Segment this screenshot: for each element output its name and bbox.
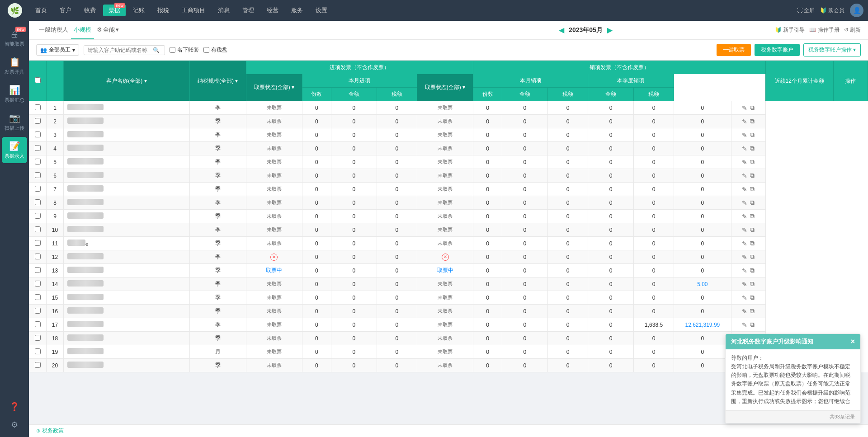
copy-icon[interactable]: ⧉ xyxy=(750,117,755,125)
refresh-link[interactable]: ↺ 刷新 xyxy=(844,26,861,34)
copy-icon[interactable]: ⧉ xyxy=(750,212,755,220)
search-input[interactable] xyxy=(88,47,151,53)
copy-icon[interactable]: ⧉ xyxy=(750,226,755,234)
copy-icon[interactable]: ⧉ xyxy=(750,172,755,179)
member-button[interactable]: 🔰 购会员 xyxy=(820,7,844,14)
edit-icon[interactable]: ✎ xyxy=(742,308,747,315)
row-checkbox-cell[interactable] xyxy=(29,128,47,142)
sidebar-item-invoice-open[interactable]: 📋 发票开具 xyxy=(2,53,27,79)
edit-icon[interactable]: ✎ xyxy=(742,294,747,301)
copy-icon[interactable]: ⧉ xyxy=(750,267,755,274)
notification-close-button[interactable]: × xyxy=(851,338,855,345)
th-sales-status[interactable]: 取票状态(全部) ▾ xyxy=(417,74,473,101)
row-checkbox-cell[interactable] xyxy=(29,142,47,155)
sidebar-item-smart-fetch[interactable]: 🖨 智能取票 new xyxy=(2,25,27,51)
row-checkbox[interactable] xyxy=(35,254,41,259)
edit-icon[interactable]: ✎ xyxy=(742,226,747,234)
row-checkbox-cell[interactable] xyxy=(29,169,47,183)
next-month-button[interactable]: ▶ xyxy=(607,26,613,34)
edit-icon[interactable]: ✎ xyxy=(742,321,747,329)
row-checkbox-cell[interactable] xyxy=(29,332,47,345)
row-checkbox[interactable] xyxy=(35,267,41,273)
copy-icon[interactable]: ⧉ xyxy=(750,158,755,166)
row-checkbox[interactable] xyxy=(35,132,41,137)
my-accounts-checkbox[interactable] xyxy=(170,47,175,53)
nav-manage[interactable]: 管理 xyxy=(237,5,259,16)
copy-icon[interactable]: ⧉ xyxy=(750,294,755,301)
row-checkbox[interactable] xyxy=(35,213,41,219)
copy-icon[interactable]: ⧉ xyxy=(750,321,755,329)
has-tax-disk-checkbox[interactable] xyxy=(203,47,209,53)
sidebar-help-icon[interactable]: ❓ xyxy=(7,399,22,414)
edit-icon[interactable]: ✎ xyxy=(742,240,747,247)
row-checkbox[interactable] xyxy=(35,335,41,341)
edit-icon[interactable]: ✎ xyxy=(742,267,747,274)
tax-policy-link[interactable]: ⊙ 税务政策 xyxy=(36,427,64,435)
sub-tab-general[interactable]: 一般纳税人 xyxy=(36,21,71,39)
row-checkbox[interactable] xyxy=(35,159,41,164)
nav-business[interactable]: 工商项目 xyxy=(176,5,211,16)
copy-icon[interactable]: ⧉ xyxy=(750,131,755,139)
row-checkbox[interactable] xyxy=(35,118,41,124)
sidebar-item-invoice-summary[interactable]: 📊 票据汇总 xyxy=(2,81,27,107)
row-checkbox-cell[interactable] xyxy=(29,101,47,115)
row-checkbox-cell[interactable] xyxy=(29,264,47,277)
row-checkbox[interactable] xyxy=(35,348,41,354)
has-tax-disk-checkbox-label[interactable]: 有税盘 xyxy=(203,46,227,54)
edit-icon[interactable]: ✎ xyxy=(742,254,747,261)
edit-icon[interactable]: ✎ xyxy=(742,159,747,166)
edit-icon[interactable]: ✎ xyxy=(742,172,747,179)
row-checkbox[interactable] xyxy=(35,172,41,178)
sidebar-item-scan-upload[interactable]: 📷 扫描上传 xyxy=(2,109,27,135)
row-checkbox-cell[interactable] xyxy=(29,210,47,223)
nav-tax[interactable]: 报税 xyxy=(152,5,175,16)
sub-tab-all[interactable]: ⚙ 全能 ▾ xyxy=(94,21,122,39)
edit-icon[interactable]: ✎ xyxy=(742,145,747,152)
edit-icon[interactable]: ✎ xyxy=(742,186,747,193)
nav-home[interactable]: 首页 xyxy=(30,5,52,16)
row-checkbox[interactable] xyxy=(35,294,41,300)
my-accounts-checkbox-label[interactable]: 名下账套 xyxy=(170,46,199,54)
row-checkbox[interactable] xyxy=(35,199,41,205)
sidebar-settings-icon[interactable]: ⚙ xyxy=(8,417,21,432)
copy-icon[interactable]: ⧉ xyxy=(750,104,755,112)
row-checkbox-cell[interactable] xyxy=(29,237,47,250)
nav-message[interactable]: 消息 xyxy=(212,5,235,16)
digital-account-ops-button[interactable]: 税务数字账户操作 ▾ xyxy=(803,43,861,56)
row-checkbox[interactable] xyxy=(35,104,41,110)
edit-icon[interactable]: ✎ xyxy=(742,213,747,220)
nav-settings[interactable]: 设置 xyxy=(310,5,333,16)
select-all-checkbox[interactable] xyxy=(35,77,41,83)
search-box[interactable]: 🔍 xyxy=(84,45,165,55)
sub-tab-small[interactable]: 小规模 xyxy=(71,21,94,39)
row-checkbox[interactable] xyxy=(35,145,41,151)
copy-icon[interactable]: ⧉ xyxy=(750,307,755,315)
row-checkbox[interactable] xyxy=(35,362,41,368)
edit-icon[interactable]: ✎ xyxy=(742,132,747,139)
nav-bookkeeping[interactable]: 记账 xyxy=(127,5,150,16)
row-checkbox[interactable] xyxy=(35,226,41,232)
edit-icon[interactable]: ✎ xyxy=(742,118,747,125)
row-checkbox-cell[interactable] xyxy=(29,345,47,359)
fullscreen-button[interactable]: ⛶ 全屏 xyxy=(797,7,815,14)
digital-account-button[interactable]: 税务数字账户 xyxy=(755,44,800,56)
manual-link[interactable]: 📖 操作手册 xyxy=(809,26,839,34)
row-checkbox[interactable] xyxy=(35,240,41,246)
guide-link[interactable]: 🔰 新手引导 xyxy=(775,26,805,34)
copy-icon[interactable]: ⧉ xyxy=(750,253,755,261)
copy-icon[interactable]: ⧉ xyxy=(750,199,755,207)
row-checkbox[interactable] xyxy=(35,308,41,314)
row-checkbox-cell[interactable] xyxy=(29,305,47,318)
edit-icon[interactable]: ✎ xyxy=(742,104,747,112)
row-checkbox-cell[interactable] xyxy=(29,155,47,169)
copy-icon[interactable]: ⧉ xyxy=(750,145,755,152)
row-checkbox[interactable] xyxy=(35,281,41,287)
nav-invoice[interactable]: 票据 new xyxy=(103,5,126,16)
row-checkbox[interactable] xyxy=(35,186,41,192)
row-checkbox-cell[interactable] xyxy=(29,291,47,305)
copy-icon[interactable]: ⧉ xyxy=(750,185,755,193)
row-checkbox-cell[interactable] xyxy=(29,318,47,332)
nav-service[interactable]: 服务 xyxy=(286,5,308,16)
th-quota[interactable]: 纳税规模(全部) ▾ xyxy=(189,61,246,101)
row-checkbox-cell[interactable] xyxy=(29,196,47,210)
